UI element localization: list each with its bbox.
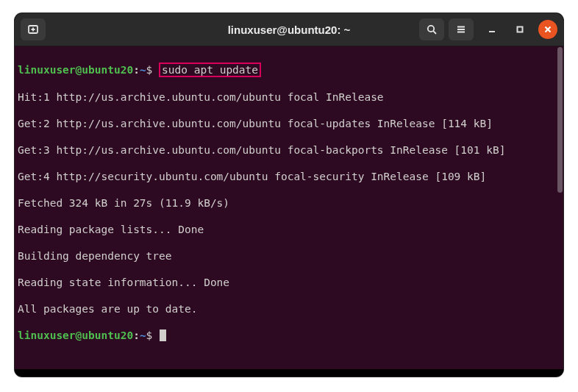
output-line: All packages are up to date. [18,302,560,316]
prompt-user-host: linuxuser@ubuntu20 [18,329,133,341]
output-line: Reading package lists... Done [18,223,560,236]
output-line: Get:2 http://us.archive.ubuntu.com/ubunt… [18,117,560,130]
prompt-line-2: linuxuser@ubuntu20:~$ [18,329,560,342]
scrollbar[interactable] [556,46,563,193]
terminal-window: linuxuser@ubuntu20: ~ [15,13,563,377]
svg-rect-9 [518,27,523,32]
command-highlight: sudo apt update [159,63,261,77]
titlebar: linuxuser@ubuntu20: ~ [15,13,563,46]
output-line: Get:3 http://us.archive.ubuntu.com/ubunt… [18,143,560,157]
maximize-icon [515,25,524,34]
window-bottom-border [15,369,563,377]
command-text: sudo apt update [162,64,258,76]
prompt-path: ~ [140,64,146,76]
minimize-button[interactable] [482,20,502,39]
output-line: Hit:1 http://us.archive.ubuntu.com/ubunt… [18,90,560,104]
svg-line-4 [433,31,436,34]
close-button[interactable] [538,20,557,39]
search-button[interactable] [419,18,444,40]
cursor [160,329,166,341]
minimize-icon [488,25,496,34]
output-line: Building dependency tree [18,249,560,263]
search-icon [426,24,438,35]
output-line: Get:4 http://security.ubuntu.com/ubuntu … [18,170,560,183]
window-title: linuxuser@ubuntu20: ~ [228,24,351,36]
close-icon [543,25,552,34]
prompt-user-host: linuxuser@ubuntu20 [18,64,133,76]
svg-point-3 [428,26,434,32]
maximize-button[interactable] [510,20,529,39]
hamburger-icon [455,24,467,35]
new-tab-icon [27,24,39,35]
menu-button[interactable] [449,18,474,40]
new-tab-button[interactable] [21,18,46,40]
scrollbar-thumb[interactable] [557,47,563,193]
prompt-line-1: linuxuser@ubuntu20:~$ sudo apt update [18,63,560,77]
prompt-dollar: $ [146,329,153,341]
prompt-path: ~ [140,329,146,341]
prompt-sep: : [133,329,140,341]
prompt-sep: : [133,64,140,76]
output-line: Fetched 324 kB in 27s (11.9 kB/s) [18,196,560,210]
output-line: Reading state information... Done [18,276,560,289]
prompt-dollar: $ [146,64,153,76]
terminal-area[interactable]: linuxuser@ubuntu20:~$ sudo apt update Hi… [15,46,563,369]
